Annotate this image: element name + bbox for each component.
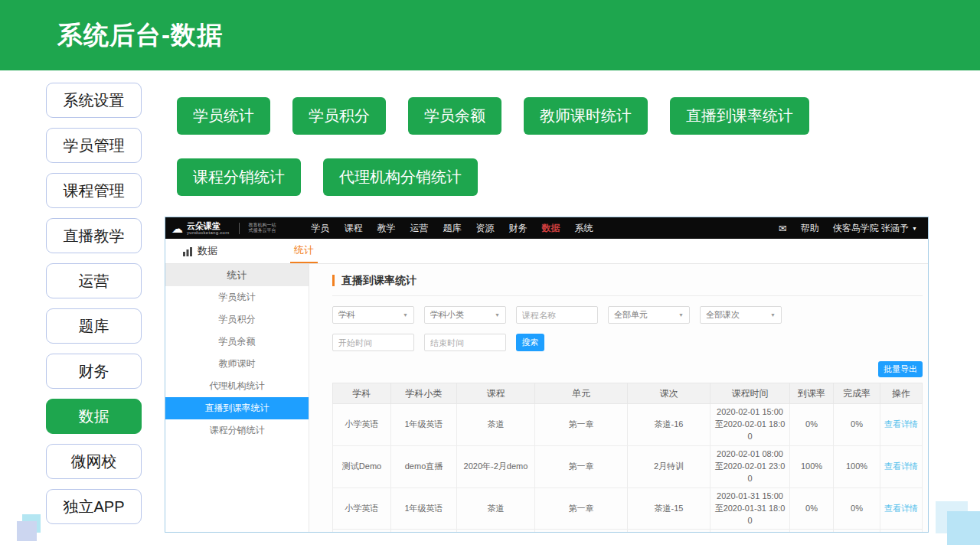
cell-completion-rate: 0% bbox=[834, 530, 880, 533]
cell-course: 茶道 bbox=[457, 404, 535, 446]
nav-item-resources[interactable]: 资源 bbox=[475, 222, 496, 235]
chevron-down-icon: ▼ bbox=[770, 312, 776, 318]
cell-lesson: 茶道-15 bbox=[628, 487, 710, 530]
nav-item-students[interactable]: 学员 bbox=[310, 222, 332, 235]
account-menu[interactable]: 侠客岛学院 张涵予 ▼ bbox=[833, 222, 917, 235]
search-button[interactable]: 搜索 bbox=[516, 334, 544, 351]
cell-lesson: 2月特训 bbox=[628, 445, 710, 487]
sidebar-item-micro-school[interactable]: 微网校 bbox=[46, 444, 142, 479]
decor-square bbox=[17, 521, 37, 541]
start-time-input[interactable] bbox=[332, 334, 414, 351]
cell-unit: 第一章 bbox=[535, 404, 628, 446]
cloud-logo-icon: ☁ bbox=[172, 223, 183, 234]
nav-item-system[interactable]: 系统 bbox=[573, 222, 595, 235]
subject-subcategory-select[interactable]: 学科小类 ▼ bbox=[424, 306, 506, 324]
teacher-hours-stats-button[interactable]: 教师课时统计 bbox=[524, 97, 648, 135]
cell-attendance-rate: 0% bbox=[790, 530, 834, 533]
attendance-stats-table: 学科 学科小类 课程 单元 课次 课程时间 到课率 完成率 操作 小学英语 1年 bbox=[332, 383, 923, 533]
cell-course-time: 2020-02-01 15:00至2020-02-01 18:00 bbox=[710, 404, 790, 446]
quick-buttons-row1: 学员统计 学员积分 学员余额 教师课时统计 直播到课率统计 bbox=[177, 97, 809, 135]
view-details-link[interactable]: 查看详情 bbox=[884, 419, 918, 429]
cell-completion-rate: 0% bbox=[834, 404, 880, 446]
cell-unit: 第一章 bbox=[535, 445, 628, 487]
filter-row-1: 学科 ▼ 学科小类 ▼ 全部单元 ▼ 全部课次 ▼ bbox=[332, 306, 923, 324]
tab-statistics[interactable]: 统计 bbox=[290, 239, 318, 263]
table-row: 小学英语 1年级英语 茶道 第一章 茶道-16 2020-02-01 15:00… bbox=[333, 404, 923, 446]
app-logo[interactable]: ☁ 云朵课堂 yunduoketang.com 教育机构一站 式服务云平台 bbox=[172, 221, 276, 236]
nav-item-finance[interactable]: 财务 bbox=[508, 222, 529, 235]
logo-tagline-line1: 教育机构一站 bbox=[249, 223, 276, 229]
unit-select[interactable]: 全部单元 ▼ bbox=[608, 306, 690, 324]
mail-icon[interactable]: ✉ bbox=[779, 223, 787, 234]
nav-item-question-bank[interactable]: 题库 bbox=[442, 222, 463, 235]
subnav-item-student-points[interactable]: 学员积分 bbox=[165, 308, 309, 331]
cell-course: 茶道 bbox=[457, 487, 535, 530]
cell-course-time: 2020-01-31 09:00至2020-01-31 18:00 bbox=[710, 530, 790, 533]
subnav-item-agency-stats[interactable]: 代理机构统计 bbox=[165, 375, 309, 397]
cell-course: 寒假辅导 bbox=[457, 530, 535, 533]
sidebar-item-live-teaching[interactable]: 直播教学 bbox=[46, 218, 142, 253]
student-stats-button[interactable]: 学员统计 bbox=[177, 97, 270, 135]
nav-item-courses[interactable]: 课程 bbox=[343, 222, 364, 235]
sidebar-item-student-management[interactable]: 学员管理 bbox=[46, 128, 142, 163]
col-course: 课程 bbox=[457, 383, 535, 404]
end-time-input[interactable] bbox=[424, 334, 506, 351]
app-top-nav: ☁ 云朵课堂 yunduoketang.com 教育机构一站 式服务云平台 学员… bbox=[165, 217, 928, 239]
col-subject-sub: 学科小类 bbox=[391, 383, 457, 404]
table-row: 小学英语 1年级英语 寒假辅导 第一章 寒假辅导-5 2020-01-31 09… bbox=[333, 530, 923, 533]
subnav-item-teacher-hours[interactable]: 教师课时 bbox=[165, 353, 309, 375]
subnav-header: 统计 bbox=[165, 264, 309, 286]
subnav-item-course-distribution-stats[interactable]: 课程分销统计 bbox=[165, 419, 309, 442]
course-distribution-stats-button[interactable]: 课程分销统计 bbox=[177, 158, 301, 196]
subnav-item-student-stats[interactable]: 学员统计 bbox=[165, 286, 309, 308]
view-details-link[interactable]: 查看详情 bbox=[884, 504, 918, 513]
unit-select-value: 全部单元 bbox=[614, 309, 648, 321]
view-details-link[interactable]: 查看详情 bbox=[884, 461, 918, 471]
col-completion-rate: 完成率 bbox=[834, 383, 880, 404]
agency-distribution-stats-button[interactable]: 代理机构分销统计 bbox=[323, 158, 478, 196]
cell-subject: 测试Demo bbox=[333, 445, 391, 487]
cell-subject-sub: 1年级英语 bbox=[391, 487, 457, 530]
app-body: 统计 学员统计 学员积分 学员余额 教师课时 代理机构统计 直播到课率统计 课程… bbox=[165, 264, 928, 532]
subnav-item-live-attendance-stats[interactable]: 直播到课率统计 bbox=[165, 397, 309, 419]
slide-sidebar: 系统设置 学员管理 课程管理 直播教学 运营 题库 财务 数据 微网校 独立AP… bbox=[46, 83, 142, 524]
admin-screenshot-panel: ☁ 云朵课堂 yunduoketang.com 教育机构一站 式服务云平台 学员… bbox=[165, 217, 929, 533]
live-attendance-stats-button[interactable]: 直播到课率统计 bbox=[670, 97, 809, 135]
cell-subject-sub: 1年级英语 bbox=[391, 530, 457, 533]
help-link[interactable]: 帮助 bbox=[801, 222, 819, 235]
student-balance-button[interactable]: 学员余额 bbox=[408, 97, 501, 135]
subject-subcategory-select-value: 学科小类 bbox=[430, 309, 464, 321]
cell-completion-rate: 0% bbox=[834, 487, 880, 530]
cell-attendance-rate: 0% bbox=[790, 404, 834, 446]
student-points-button[interactable]: 学员积分 bbox=[292, 97, 386, 135]
subject-select[interactable]: 学科 ▼ bbox=[332, 306, 414, 324]
decor-square bbox=[947, 511, 980, 545]
slide-header: 系统后台-数据 bbox=[0, 0, 980, 70]
sidebar-item-data[interactable]: 数据 bbox=[46, 399, 142, 434]
breadcrumb-section: 数据 bbox=[198, 244, 217, 258]
col-attendance-rate: 到课率 bbox=[790, 383, 834, 404]
sidebar-item-course-management[interactable]: 课程管理 bbox=[46, 173, 142, 208]
nav-item-data[interactable]: 数据 bbox=[541, 222, 562, 235]
sidebar-item-question-bank[interactable]: 题库 bbox=[46, 308, 142, 344]
table-row: 测试Demo demo直播 2020年-2月demo 第一章 2月特训 2020… bbox=[333, 445, 923, 487]
lesson-select[interactable]: 全部课次 ▼ bbox=[700, 306, 782, 324]
sidebar-item-system-settings[interactable]: 系统设置 bbox=[46, 83, 142, 118]
subnav-item-student-balance[interactable]: 学员余额 bbox=[165, 331, 309, 353]
sidebar-item-finance[interactable]: 财务 bbox=[46, 354, 142, 389]
nav-item-operations[interactable]: 运营 bbox=[409, 222, 430, 235]
course-name-input[interactable] bbox=[516, 306, 598, 324]
cell-course-time: 2020-01-31 15:00至2020-01-31 18:00 bbox=[710, 487, 790, 530]
quick-buttons-row2: 课程分销统计 代理机构分销统计 bbox=[177, 158, 809, 196]
section-divider bbox=[332, 295, 923, 296]
sidebar-item-standalone-app[interactable]: 独立APP bbox=[46, 489, 142, 524]
nav-item-teaching[interactable]: 教学 bbox=[376, 222, 397, 235]
cell-subject: 小学英语 bbox=[333, 530, 391, 533]
cell-course-time: 2020-02-01 08:00至2020-02-01 23:00 bbox=[710, 445, 790, 487]
quick-buttons: 学员统计 学员积分 学员余额 教师课时统计 直播到课率统计 课程分销统计 代理机… bbox=[177, 97, 809, 196]
batch-export-button[interactable]: 批量导出 bbox=[878, 361, 923, 377]
col-actions: 操作 bbox=[880, 383, 923, 404]
cell-completion-rate: 100% bbox=[834, 445, 880, 487]
sidebar-item-operations[interactable]: 运营 bbox=[46, 263, 142, 298]
col-lesson: 课次 bbox=[628, 383, 710, 404]
